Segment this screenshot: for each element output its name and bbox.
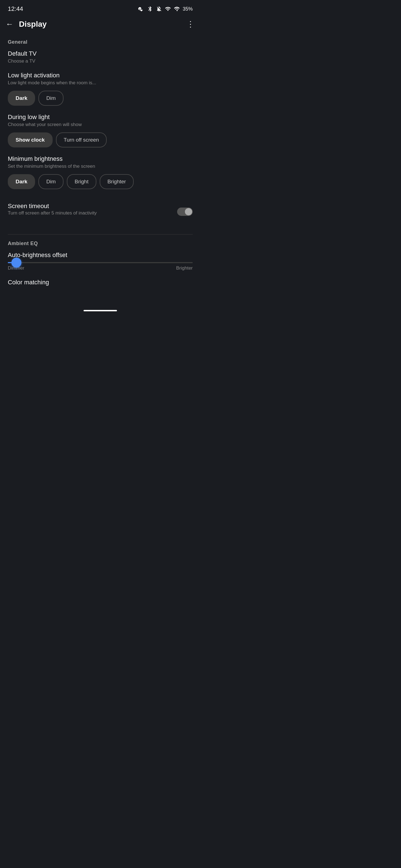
during-low-light-subtitle: Choose what your screen will show: [8, 122, 193, 127]
setting-auto-brightness: Auto-brightness offset Dimmer Brighter: [8, 251, 193, 271]
status-time: 12:44: [8, 5, 23, 12]
low-light-subtitle: Low light mode begins when the room is..…: [8, 80, 193, 86]
brightness-dark-button[interactable]: Dark: [8, 174, 35, 189]
min-brightness-options: Dark Dim Bright Brighter: [8, 174, 193, 189]
brightness-bright-button[interactable]: Bright: [67, 174, 96, 189]
bluetooth-icon: [147, 6, 153, 12]
section-ambient-eq-label: Ambient EQ: [8, 241, 193, 247]
content-area: General Default TV Choose a TV Low light…: [0, 33, 200, 305]
brightness-dim-button[interactable]: Dim: [38, 174, 63, 189]
screen-timeout-title: Screen timeout: [8, 203, 97, 210]
more-options-button[interactable]: ⋮: [187, 20, 195, 29]
during-low-light-title: During low light: [8, 114, 193, 121]
min-brightness-title: Minimum brightness: [8, 155, 193, 162]
bottom-bar: [0, 305, 200, 315]
brightness-brighter-button[interactable]: Brighter: [100, 174, 134, 189]
slider-track: [8, 262, 193, 263]
top-bar: ← Display ⋮: [0, 16, 200, 33]
show-clock-button[interactable]: Show clock: [8, 132, 53, 148]
screen-timeout-toggle[interactable]: [177, 208, 193, 216]
setting-default-tv[interactable]: Default TV Choose a TV: [8, 50, 193, 64]
screen-timeout-row: Screen timeout Turn off screen after 5 m…: [8, 197, 193, 226]
section-general-label: General: [8, 39, 193, 45]
low-light-options: Dark Dim: [8, 91, 193, 106]
section-divider: [8, 234, 193, 235]
low-light-dark-button[interactable]: Dark: [8, 91, 35, 106]
brightness-slider-container: Dimmer Brighter: [8, 262, 193, 271]
setting-color-matching[interactable]: Color matching: [8, 279, 193, 286]
turn-off-screen-button[interactable]: Turn off screen: [56, 132, 107, 148]
low-light-dim-button[interactable]: Dim: [38, 91, 63, 106]
min-brightness-subtitle: Set the minimum brightness of the screen: [8, 163, 193, 169]
default-tv-title: Default TV: [8, 50, 193, 57]
auto-brightness-title: Auto-brightness offset: [8, 251, 193, 259]
screen-timeout-subtitle: Turn off screen after 5 minutes of inact…: [8, 210, 97, 216]
page-title: Display: [19, 20, 47, 29]
signal-icon: [174, 6, 180, 12]
status-icons: 35%: [138, 6, 193, 12]
mute-icon: [156, 6, 162, 12]
default-tv-subtitle: Choose a TV: [8, 58, 193, 64]
setting-minimum-brightness: Minimum brightness Set the minimum brigh…: [8, 155, 193, 189]
slider-max-label: Brighter: [176, 266, 193, 271]
wifi-icon: [165, 6, 171, 12]
status-bar: 12:44 35%: [0, 0, 200, 16]
back-button[interactable]: ←: [6, 20, 13, 29]
slider-labels: Dimmer Brighter: [8, 266, 193, 271]
during-low-light-options: Show clock Turn off screen: [8, 132, 193, 148]
setting-screen-timeout: Screen timeout Turn off screen after 5 m…: [8, 197, 193, 226]
setting-low-light-activation: Low light activation Low light mode begi…: [8, 72, 193, 106]
setting-during-low-light: During low light Choose what your screen…: [8, 114, 193, 148]
slider-thumb[interactable]: [11, 258, 22, 268]
low-light-title: Low light activation: [8, 72, 193, 79]
battery-percent: 35%: [183, 6, 193, 12]
color-matching-title: Color matching: [8, 279, 193, 286]
bottom-indicator: [84, 310, 117, 311]
key-icon: [138, 6, 144, 12]
